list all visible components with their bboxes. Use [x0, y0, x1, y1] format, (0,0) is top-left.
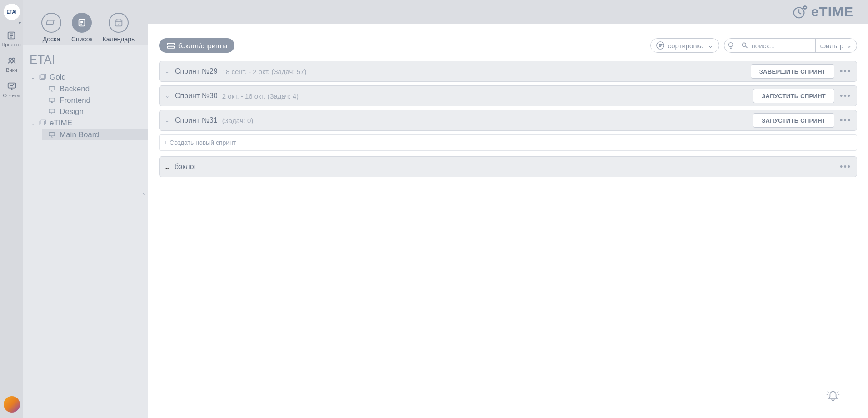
create-sprint-label: + Создать новый спринт	[164, 139, 236, 146]
more-icon[interactable]: •••	[839, 162, 852, 172]
start-sprint-button[interactable]: ЗАПУСТИТЬ СПРИНТ	[753, 113, 834, 128]
more-icon[interactable]: •••	[839, 67, 852, 76]
chevron-down-icon[interactable]: ⌄	[164, 93, 170, 99]
search-input[interactable]	[752, 42, 815, 50]
tree-label: Design	[60, 107, 84, 116]
left-rail: ETAI ▾ Проекты Вики Отчеты	[0, 0, 23, 418]
complete-sprint-button[interactable]: ЗАВЕРШИТЬ СПРИНТ	[751, 64, 834, 79]
rail-item-label: Вики	[6, 67, 17, 73]
view-tabs: Доска Список 7 Календарь	[23, 0, 148, 45]
brand-rest: TIME	[819, 4, 853, 19]
board-icon	[48, 85, 56, 93]
chevron-down-icon: ▾	[19, 20, 21, 25]
backlog-row: ⌄ бэклог •••	[159, 156, 857, 177]
tab-label: Доска	[43, 35, 60, 43]
more-icon[interactable]: •••	[839, 116, 852, 125]
svg-rect-9	[49, 86, 55, 90]
tree-board-frontend[interactable]: Frontend	[42, 95, 148, 106]
search-icon	[738, 42, 752, 49]
sprint-name: Спринт №30	[175, 92, 218, 100]
tree-label: Backend	[60, 85, 90, 94]
chevron-down-icon: ⌄	[708, 41, 713, 50]
tree-board-main-board[interactable]: Main Board	[42, 129, 148, 140]
chevron-down-icon: ⌄	[846, 41, 852, 50]
workspace-logo[interactable]: ETAI ▾	[4, 4, 20, 20]
board-icon	[48, 108, 56, 115]
main-content: eTIME бэклог/спринты сортировка ⌄	[148, 0, 868, 418]
calendar-icon: 7	[114, 18, 124, 28]
tree-board-backend[interactable]: Backend	[42, 83, 148, 95]
svg-rect-7	[40, 75, 45, 80]
more-icon[interactable]: •••	[839, 91, 852, 101]
avatar[interactable]	[4, 396, 20, 413]
sort-dropdown[interactable]: сортировка ⌄	[650, 38, 719, 53]
chevron-down-icon[interactable]: ⌄	[164, 163, 170, 171]
collapse-sidebar-button[interactable]: ‹	[143, 190, 149, 196]
chevron-down-icon: ⌄	[30, 120, 36, 126]
workspace-logo-text: ETAI	[6, 10, 16, 15]
create-sprint-button[interactable]: + Создать новый спринт	[159, 134, 857, 151]
clock-gear-icon	[791, 3, 808, 20]
svg-point-16	[803, 6, 806, 9]
tab-calendar[interactable]: 7 Календарь	[103, 13, 135, 43]
tree-label: eTIME	[50, 119, 72, 128]
project-title: ETAI	[23, 45, 148, 71]
svg-point-21	[742, 43, 746, 46]
brand-logo: eTIME	[791, 3, 853, 20]
filter-dropdown[interactable]: фильтр ⌄	[815, 39, 857, 52]
folder-icon	[39, 119, 47, 127]
svg-rect-18	[168, 46, 175, 48]
list-icon	[77, 18, 87, 28]
svg-point-20	[729, 43, 733, 47]
tree-node-etime[interactable]: ⌄ eTIME	[30, 117, 148, 129]
tree-label: Frontend	[60, 96, 90, 105]
rail-item-label: Отчеты	[3, 93, 20, 98]
chevron-down-icon[interactable]: ⌄	[164, 117, 170, 124]
toggle-label: бэклог/спринты	[178, 42, 227, 50]
svg-rect-13	[41, 120, 46, 124]
chevron-down-icon[interactable]: ⌄	[164, 68, 170, 75]
start-sprint-button[interactable]: ЗАПУСТИТЬ СПРИНТ	[753, 89, 834, 103]
svg-rect-8	[41, 74, 46, 78]
filter-label: фильтр	[820, 42, 843, 50]
svg-rect-11	[49, 109, 55, 112]
sort-icon	[656, 41, 664, 50]
sprint-name: Спринт №29	[175, 67, 218, 75]
tree-board-design[interactable]: Design	[42, 106, 148, 117]
tab-board[interactable]: Доска	[41, 13, 61, 43]
rail-item-reports[interactable]: Отчеты	[3, 81, 20, 98]
sprint-meta: 2 окт. - 16 окт. (Задач: 4)	[222, 92, 299, 100]
svg-rect-12	[40, 121, 45, 125]
svg-point-2	[12, 58, 14, 60]
notifications-button[interactable]	[825, 389, 841, 404]
sprint-row: ⌄ Спринт №31 (Задач: 0) ЗАПУСТИТЬ СПРИНТ…	[159, 110, 857, 131]
rail-item-projects[interactable]: Проекты	[1, 30, 21, 47]
svg-point-1	[9, 58, 11, 60]
tab-label: Календарь	[103, 35, 135, 43]
header-bar: eTIME	[148, 0, 868, 24]
tab-list[interactable]: Список	[71, 13, 93, 43]
projects-icon	[5, 30, 18, 41]
folder-icon	[39, 73, 47, 81]
svg-rect-10	[49, 98, 55, 101]
svg-rect-17	[168, 43, 175, 45]
chevron-down-icon: ⌄	[30, 75, 36, 80]
toolbar: бэклог/спринты сортировка ⌄	[148, 24, 868, 61]
sprint-meta: (Задач: 0)	[222, 117, 254, 124]
search-filter-group: фильтр ⌄	[724, 38, 857, 53]
tree-label: Main Board	[60, 130, 99, 139]
reports-icon	[5, 81, 18, 92]
rail-item-wiki[interactable]: Вики	[5, 55, 18, 73]
tree-label: Gold	[50, 73, 66, 82]
backlog-label: бэклог	[175, 163, 197, 171]
stack-icon	[166, 42, 175, 49]
sprint-list: ⌄ Спринт №29 18 сент. - 2 окт. (Задач: 5…	[148, 61, 868, 177]
tree-node-gold[interactable]: ⌄ Gold	[30, 71, 148, 83]
sprint-name: Спринт №31	[175, 116, 218, 124]
backlog-sprints-toggle[interactable]: бэклог/спринты	[159, 38, 234, 53]
hint-button[interactable]	[724, 39, 738, 52]
tab-label: Список	[71, 35, 93, 43]
wiki-icon	[5, 55, 18, 66]
rail-item-label: Проекты	[1, 42, 21, 47]
svg-text:7: 7	[118, 22, 120, 26]
